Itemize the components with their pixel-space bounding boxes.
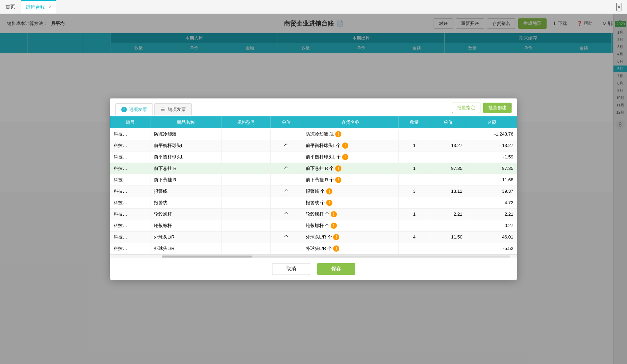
cell-spec [221, 140, 270, 151]
modal-dialog: ✓ 进项发票 ☰ 销项发票 批量指定 批量创建 × 编号 [110, 98, 517, 280]
cell-store: 外球头L/R 个 ! [302, 231, 399, 243]
batch-create-button[interactable]: 批量创建 [483, 103, 512, 113]
cell-amount: -0.27 [466, 220, 517, 231]
table-row[interactable]: 科技… 防冻冷却液 防冻冷却液 瓶 ! -1,243.76 [110, 128, 517, 140]
table-row[interactable]: 科技… 报警线 个 报警线 个 ! 3 13.12 39.37 [110, 185, 517, 197]
cell-qty [399, 243, 430, 254]
cell-qty: 1 [399, 140, 430, 151]
cell-price: 13.27 [430, 140, 466, 151]
cell-unit [270, 151, 302, 163]
warn-icon: ! [331, 223, 337, 229]
scrollbar-thumb [162, 255, 252, 258]
cell-qty: 1 [399, 163, 430, 174]
tab-invoice-in[interactable]: ✓ 进项发票 [115, 103, 153, 115]
warn-icon: ! [335, 165, 341, 172]
cell-amount: -4.72 [466, 197, 517, 208]
cell-name: 报警线 [150, 185, 222, 197]
tab-out-label: 销项发票 [168, 106, 186, 113]
cell-id: 科技… [110, 231, 150, 243]
modal-body: 编号 商品名称 规格型号 单位 存货名称 数量 单价 金额 科技… 防冻冷却液 [110, 116, 517, 254]
cell-store: 前平衡杆球头L 个 ! [302, 140, 399, 151]
col-id: 编号 [110, 116, 150, 128]
col-qty: 数量 [399, 116, 430, 128]
cell-amount: 2.21 [466, 208, 517, 220]
cell-price: 2.21 [430, 208, 466, 220]
table-row[interactable]: 科技… 报警线 报警线 个 ! -4.72 [110, 197, 517, 208]
cell-amount: 46.01 [466, 231, 517, 243]
cell-unit: 个 [270, 163, 302, 174]
cell-unit: 个 [270, 208, 302, 220]
cell-qty [399, 197, 430, 208]
tab-home[interactable]: 首页 [0, 0, 21, 14]
warn-icon: ! [326, 200, 332, 206]
cell-spec [221, 231, 270, 243]
cell-name: 外球头L/R [150, 231, 222, 243]
cell-amount: -1.59 [466, 151, 517, 163]
cell-name: 前平衡杆球头L [150, 151, 222, 163]
save-button[interactable]: 保存 [317, 263, 355, 275]
cell-qty: 3 [399, 185, 430, 197]
window-close-button[interactable]: × [616, 2, 621, 11]
cell-amount: -11.68 [466, 174, 517, 185]
cell-spec [221, 174, 270, 185]
table-row[interactable]: 科技… 外球头L/R 个 外球头L/R 个 ! 4 11.50 46.01 [110, 231, 517, 243]
scrollbar-hint [110, 254, 517, 258]
cell-amount: 13.27 [466, 140, 517, 151]
cell-store: 轮毂螺杆 个 ! [302, 220, 399, 231]
batch-assign-button[interactable]: 批量指定 [452, 103, 480, 113]
table-row[interactable]: 科技… 轮毂螺杆 轮毂螺杆 个 ! -0.27 [110, 220, 517, 231]
table-row[interactable]: 科技… 外球头L/R 外球头L/R 个 ! -5.52 [110, 243, 517, 254]
table-row[interactable]: 科技… 前平衡杆球头L 个 前平衡杆球头L 个 ! 1 13.27 13.27 [110, 140, 517, 151]
cell-id: 科技… [110, 163, 150, 174]
table-row[interactable]: 科技… 前下悬挂 R 个 前下悬挂 R 个 ! 1 97.35 97.35 [110, 163, 517, 174]
cell-price [430, 243, 466, 254]
cell-id: 科技… [110, 140, 150, 151]
cell-unit [270, 174, 302, 185]
warn-icon: ! [342, 142, 348, 149]
cell-amount: -5.52 [466, 243, 517, 254]
modal-close-button[interactable]: × [508, 102, 512, 109]
cell-store: 外球头L/R 个 ! [302, 243, 399, 254]
cell-spec [221, 208, 270, 220]
scrollbar-track [162, 255, 510, 258]
cell-price: 11.50 [430, 231, 466, 243]
tab-active[interactable]: 进销台账 × [21, 0, 56, 14]
cell-price: 13.12 [430, 185, 466, 197]
tab-invoice-out[interactable]: ☰ 销项发票 [154, 103, 192, 115]
table-row[interactable]: 科技… 前下悬挂 R 前下悬挂 R 个 ! -11.68 [110, 174, 517, 185]
modal-table: 编号 商品名称 规格型号 单位 存货名称 数量 单价 金额 科技… 防冻冷却液 [110, 116, 517, 254]
modal-header: ✓ 进项发票 ☰ 销项发票 批量指定 批量创建 × [110, 98, 517, 116]
warn-icon: ! [333, 245, 339, 252]
cell-name: 轮毂螺杆 [150, 208, 222, 220]
table-row[interactable]: 科技… 前平衡杆球头L 前平衡杆球头L 个 ! -1.59 [110, 151, 517, 163]
table-row[interactable]: 科技… 轮毂螺杆 个 轮毂螺杆 个 ! 1 2.21 2.21 [110, 208, 517, 220]
cell-unit [270, 128, 302, 140]
col-name: 商品名称 [150, 116, 222, 128]
col-price: 单价 [430, 116, 466, 128]
tab-home-label: 首页 [6, 4, 15, 10]
cell-qty: 1 [399, 208, 430, 220]
cell-spec [221, 220, 270, 231]
cell-spec [221, 243, 270, 254]
cell-amount: -1,243.76 [466, 128, 517, 140]
cell-name: 外球头L/R [150, 243, 222, 254]
cell-price [430, 151, 466, 163]
cell-store: 轮毂螺杆 个 ! [302, 208, 399, 220]
tab-close-icon[interactable]: × [49, 5, 51, 10]
tab-active-label: 进销台账 [26, 4, 45, 10]
cell-qty [399, 174, 430, 185]
modal-overlay: ✓ 进项发票 ☰ 销项发票 批量指定 批量创建 × 编号 [0, 14, 627, 364]
main-content: 销售成本计算方法： 月平均 商贸企业进销台账 📄 对账 重新开账 存货别名 生成… [0, 14, 627, 364]
cell-amount: 97.35 [466, 163, 517, 174]
cell-unit [270, 197, 302, 208]
cell-id: 科技… [110, 197, 150, 208]
cell-store: 报警线 个 ! [302, 197, 399, 208]
cell-price [430, 128, 466, 140]
cell-unit: 个 [270, 185, 302, 197]
warn-icon: ! [326, 188, 332, 194]
modal-footer: 取消 保存 [110, 258, 517, 280]
cell-price [430, 197, 466, 208]
col-spec: 规格型号 [221, 116, 270, 128]
cancel-button[interactable]: 取消 [272, 263, 310, 275]
cell-store: 报警线 个 ! [302, 185, 399, 197]
